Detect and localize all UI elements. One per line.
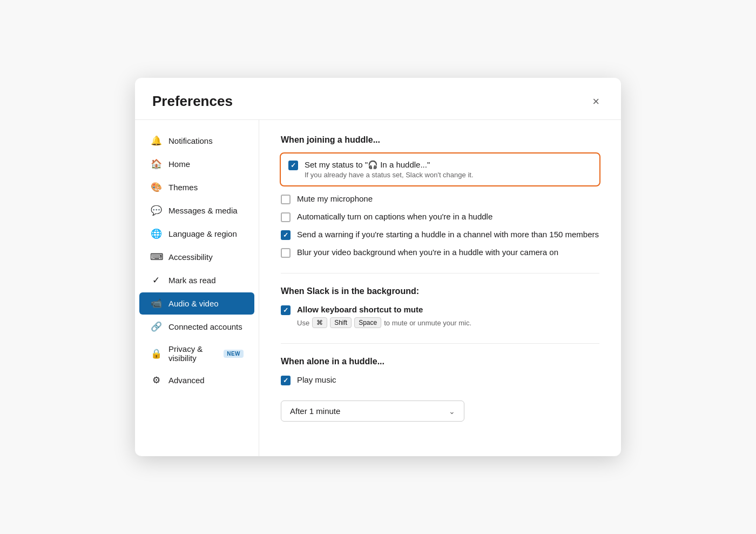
option-text-keyboard-shortcut: Allow keyboard shortcut to muteUse⌘Shift… xyxy=(297,305,471,328)
section-when-joining-huddle: When joining a huddle...Set my status to… xyxy=(281,135,599,273)
main-content: When joining a huddle...Set my status to… xyxy=(259,120,621,456)
privacy-visibility-icon: 🔒 xyxy=(150,348,162,359)
accessibility-icon: ⌨ xyxy=(150,251,162,263)
section-title-when-joining-huddle: When joining a huddle... xyxy=(281,135,599,145)
option-text-blur-video: Blur your video background when you're i… xyxy=(297,248,558,257)
sidebar-item-label-accessibility: Accessibility xyxy=(168,252,213,262)
sidebar-item-language-region[interactable]: 🌐Language & region xyxy=(139,223,254,245)
option-label-warning-150: Send a warning if you're starting a hudd… xyxy=(297,230,599,239)
checkbox-auto-captions[interactable] xyxy=(281,212,291,222)
sidebar: 🔔Notifications🏠Home🎨Themes💬Messages & me… xyxy=(135,120,259,456)
section-when-alone-huddle: When alone in a huddle...Play musicAfter… xyxy=(281,357,599,422)
option-text-play-music: Play music xyxy=(297,375,336,384)
option-row-blur-video: Blur your video background when you're i… xyxy=(281,248,599,258)
section-when-slack-background: When Slack is in the background:Allow ke… xyxy=(281,286,599,344)
themes-icon: 🎨 xyxy=(150,182,162,193)
checkbox-mute-microphone[interactable] xyxy=(281,195,291,204)
option-text-mute-microphone: Mute my microphone xyxy=(297,194,373,203)
section-divider xyxy=(281,343,599,344)
new-badge-privacy-visibility: NEW xyxy=(224,350,244,358)
option-text-warning-150: Send a warning if you're starting a hudd… xyxy=(297,230,599,239)
option-row-warning-150: Send a warning if you're starting a hudd… xyxy=(281,230,599,240)
audio-video-icon: 📹 xyxy=(150,298,162,309)
kbd-group-keyboard-shortcut: Use⌘ShiftSpaceto mute or unmute your mic… xyxy=(297,317,471,328)
dialog-body: 🔔Notifications🏠Home🎨Themes💬Messages & me… xyxy=(135,120,621,456)
kbd-after-text: to mute or unmute your mic. xyxy=(384,319,471,327)
checkbox-keyboard-shortcut[interactable] xyxy=(281,305,291,315)
option-row-auto-captions: Automatically turn on captions when you'… xyxy=(281,212,599,222)
dropdown-when-alone-huddle[interactable]: After 1 minute⌄ xyxy=(281,401,464,422)
sidebar-item-themes[interactable]: 🎨Themes xyxy=(139,176,254,198)
option-label-set-status: Set my status to "🎧 In a huddle..." xyxy=(305,160,474,170)
checkbox-play-music[interactable] xyxy=(281,376,291,385)
home-icon: 🏠 xyxy=(150,158,162,170)
sidebar-item-audio-video[interactable]: 📹Audio & video xyxy=(139,292,254,315)
dialog-header: Preferences × xyxy=(135,78,621,120)
notifications-icon: 🔔 xyxy=(150,135,162,146)
option-row-mute-microphone: Mute my microphone xyxy=(281,194,599,204)
sidebar-item-home[interactable]: 🏠Home xyxy=(139,153,254,175)
option-sublabel-set-status: If you already have a status set, Slack … xyxy=(305,171,474,179)
checkbox-blur-video[interactable] xyxy=(281,248,291,258)
sidebar-item-label-home: Home xyxy=(168,159,190,169)
dialog-title: Preferences xyxy=(152,93,233,110)
dropdown-value: After 1 minute xyxy=(290,406,340,416)
sidebar-item-notifications[interactable]: 🔔Notifications xyxy=(139,130,254,152)
option-label-mute-microphone: Mute my microphone xyxy=(297,194,373,203)
sidebar-item-messages-media[interactable]: 💬Messages & media xyxy=(139,199,254,222)
sidebar-item-label-privacy-visibility: Privacy & visibility xyxy=(168,344,215,363)
checkbox-set-status[interactable] xyxy=(288,161,298,170)
sidebar-item-mark-as-read[interactable]: ✓Mark as read xyxy=(139,269,254,291)
sidebar-item-accessibility[interactable]: ⌨Accessibility xyxy=(139,246,254,268)
option-row-play-music: Play music xyxy=(281,375,599,385)
language-region-icon: 🌐 xyxy=(150,228,162,239)
section-title-when-alone-huddle: When alone in a huddle... xyxy=(281,357,599,366)
sidebar-item-label-connected-accounts: Connected accounts xyxy=(168,322,242,331)
section-title-when-slack-background: When Slack is in the background: xyxy=(281,286,599,296)
sidebar-item-advanced[interactable]: ⚙Advanced xyxy=(139,369,254,391)
sidebar-item-label-messages-media: Messages & media xyxy=(168,206,238,215)
sidebar-item-label-advanced: Advanced xyxy=(168,376,205,385)
advanced-icon: ⚙ xyxy=(150,375,162,386)
kbd-before-text: Use xyxy=(297,319,309,327)
option-group-when-alone-huddle: Play music xyxy=(281,375,599,385)
sidebar-item-label-audio-video: Audio & video xyxy=(168,299,219,308)
sidebar-item-privacy-visibility[interactable]: 🔒Privacy & visibilityNEW xyxy=(139,339,254,368)
option-row-keyboard-shortcut: Allow keyboard shortcut to muteUse⌘Shift… xyxy=(281,305,599,328)
preferences-dialog: Preferences × 🔔Notifications🏠Home🎨Themes… xyxy=(135,78,621,456)
kbd-key: Shift xyxy=(330,317,352,328)
option-text-auto-captions: Automatically turn on captions when you'… xyxy=(297,212,492,221)
connected-accounts-icon: 🔗 xyxy=(150,321,162,332)
kbd-key: Space xyxy=(354,317,381,328)
option-row-set-status: Set my status to "🎧 In a huddle..."If yo… xyxy=(280,152,600,186)
sidebar-item-connected-accounts[interactable]: 🔗Connected accounts xyxy=(139,316,254,338)
mark-as-read-icon: ✓ xyxy=(150,275,162,286)
sidebar-item-label-language-region: Language & region xyxy=(168,229,237,238)
chevron-down-icon: ⌄ xyxy=(449,407,455,416)
option-label-play-music: Play music xyxy=(297,375,336,384)
option-label-keyboard-shortcut: Allow keyboard shortcut to mute xyxy=(297,305,471,314)
sidebar-item-label-notifications: Notifications xyxy=(168,136,213,145)
section-divider xyxy=(281,273,599,273)
option-group-when-joining-huddle: Set my status to "🎧 In a huddle..."If yo… xyxy=(281,153,599,258)
close-button[interactable]: × xyxy=(588,94,604,110)
option-group-when-slack-background: Allow keyboard shortcut to muteUse⌘Shift… xyxy=(281,305,599,328)
sidebar-item-label-mark-as-read: Mark as read xyxy=(168,276,216,285)
option-label-auto-captions: Automatically turn on captions when you'… xyxy=(297,212,492,221)
option-label-blur-video: Blur your video background when you're i… xyxy=(297,248,558,257)
messages-media-icon: 💬 xyxy=(150,205,162,216)
option-text-set-status: Set my status to "🎧 In a huddle..."If yo… xyxy=(305,160,474,179)
kbd-key: ⌘ xyxy=(312,317,327,328)
checkbox-warning-150[interactable] xyxy=(281,230,291,240)
sidebar-item-label-themes: Themes xyxy=(168,183,198,192)
